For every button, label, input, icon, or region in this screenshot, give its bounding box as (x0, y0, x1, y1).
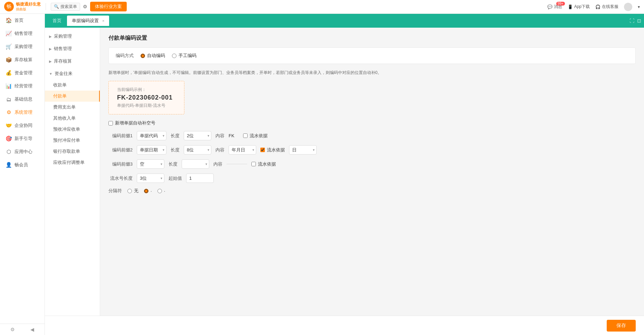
separator-label: 分隔符 (108, 188, 122, 194)
prefix2-select[interactable]: 单据日期 (137, 145, 166, 155)
brand-text: 畅捷通好生意 插曲版 (16, 2, 41, 11)
manual-encoding-option[interactable]: 手工编码 (172, 53, 196, 59)
guide-icon: 🎯 (6, 136, 12, 142)
prefix1-select-wrapper: 单据代码 (137, 131, 166, 140)
search-box[interactable]: 🔍 搜索菜单 (51, 3, 80, 11)
sidebar-item-operation[interactable]: 📊 经营管理 (0, 80, 45, 93)
collab-icon: 🤝 (6, 122, 12, 129)
home-icon: 🏠 (6, 17, 12, 24)
start-value-input[interactable] (186, 174, 214, 183)
serial2-checkbox[interactable] (260, 148, 265, 152)
industry-btn[interactable]: 体验行业方案 (90, 2, 127, 11)
auto-fill-checkbox[interactable] (108, 121, 113, 125)
prefix1-select[interactable]: 单据代码 (137, 131, 166, 140)
sub-item-expense[interactable]: 费用支出单 (45, 102, 100, 113)
settings-icon[interactable]: ⚙ (83, 4, 87, 9)
dropdown-icon[interactable]: ▾ (638, 4, 640, 9)
start-value-label: 起始值 (169, 175, 182, 182)
content2-label: 内容 (215, 147, 224, 153)
separator-option2-radio[interactable] (157, 189, 162, 193)
sub-sidebar: ▶ 采购管理 ▶ 销售管理 ▶ 库存核算 (45, 28, 100, 316)
sub-group-inventory-header[interactable]: ▶ 库存核算 (45, 55, 100, 67)
auto-encoding-radio[interactable] (141, 54, 145, 58)
separator-row: 分隔符 无 · · (108, 188, 636, 194)
shrink-icon[interactable]: ⊡ (637, 18, 641, 24)
sidebar-item-finance[interactable]: 💰 资金管理 (0, 66, 45, 80)
sidebar: 🏠 首页 📈 销售管理 🛒 采购管理 📦 库存核算 💰 资金管理 📊 经营管理 … (0, 14, 45, 335)
auto-encoding-option[interactable]: 自动编码 (141, 53, 165, 59)
tab-home[interactable]: 首页 (48, 16, 66, 26)
sub-item-receipt[interactable]: 收款单 (45, 80, 100, 91)
serial1-checkbox[interactable] (243, 133, 248, 138)
info-text: 新增单据时，'单据编码'自动生成，不可编辑。前缀设置为部门、业务员等档案类，开单… (108, 69, 636, 76)
msg-btn[interactable]: 💬 消息 99+ (547, 4, 562, 10)
content1-value: FK (229, 133, 239, 138)
tab-close-icon[interactable]: × (102, 19, 104, 23)
service-btn[interactable]: 🎧 在线客服 (595, 4, 618, 10)
content-area: ▶ 采购管理 ▶ 销售管理 ▶ 库存核算 (45, 28, 644, 316)
serial3-checkbox[interactable] (251, 162, 256, 166)
sub-item-payment[interactable]: 付款单 (45, 91, 100, 102)
system-icon: ⚙ (6, 109, 12, 115)
separator-option2[interactable]: · (157, 188, 165, 194)
sidebar-item-basic[interactable]: 🗂 基础信息 (0, 93, 45, 106)
separator-dot-option[interactable]: · (144, 188, 152, 194)
separator-none-option[interactable]: 无 (127, 188, 138, 194)
sidebar-item-system[interactable]: ⚙ 系统管理 (0, 106, 45, 119)
length3-select[interactable] (182, 159, 209, 169)
sub-item-advance-offset[interactable]: 预付冲应付单 (45, 135, 100, 146)
serial-length-select[interactable]: 3位 (137, 174, 164, 183)
length1-label: 长度 (171, 133, 180, 139)
length3-select-wrapper (182, 159, 209, 169)
tab-bar-right: ⛶ ⊡ (629, 18, 641, 24)
sub-group-purchase: ▶ 采购管理 (45, 30, 100, 42)
layout: 🏠 首页 📈 销售管理 🛒 采购管理 📦 库存核算 💰 资金管理 📊 经营管理 … (0, 14, 644, 335)
encoding-method-section: 编码方式 自动编码 手工编码 (108, 47, 636, 64)
period-select[interactable]: 日 (289, 145, 317, 155)
prefix3-select[interactable]: 空 (137, 159, 164, 169)
sub-item-prepay-offset[interactable]: 预收冲应收单 (45, 124, 100, 135)
length1-select[interactable]: 2位 (184, 131, 211, 140)
sub-group-inventory: ▶ 库存核算 (45, 55, 100, 67)
sidebar-item-purchase[interactable]: 🛒 采购管理 (0, 40, 45, 53)
content2-select[interactable]: 年月日 (229, 145, 256, 155)
serial-length-label: 流水号长度 (108, 175, 133, 182)
content-panel: 付款单编码设置 编码方式 自动编码 手工编码 (100, 28, 644, 316)
sidebar-item-home[interactable]: 🏠 首页 (0, 14, 45, 27)
sidebar-item-apps[interactable]: ⬡ 应用中心 (0, 145, 45, 158)
serial-length-row: 流水号长度 3位 起始值 (108, 174, 636, 183)
prefix3-row: 编码前缀3 空 长度 内容 (108, 159, 636, 169)
length2-select[interactable]: 8位 (184, 145, 211, 155)
sidebar-item-sales[interactable]: 📈 销售管理 (0, 27, 45, 40)
tab-encoding[interactable]: 单据编码设置 × (67, 16, 109, 26)
basic-icon: 🗂 (6, 96, 12, 102)
sidebar-item-collab[interactable]: 🤝 企业协同 (0, 119, 45, 132)
preview-label: 当前编码示例： (117, 87, 176, 93)
sidebar-item-member[interactable]: 👤 畅会员 (0, 158, 45, 171)
sub-item-bank[interactable]: 银行存取款单 (45, 146, 100, 157)
expand-icon[interactable]: ⛶ (629, 18, 634, 24)
content3-label: 内容 (213, 161, 222, 167)
separator-none-radio[interactable] (127, 189, 132, 193)
content1-label: 内容 (215, 133, 224, 139)
sub-group-purchase-header[interactable]: ▶ 采购管理 (45, 30, 100, 42)
headset-icon: 🎧 (595, 4, 600, 9)
sub-group-capital-header[interactable]: ▼ 资金往来 (45, 68, 100, 80)
sidebar-item-inventory[interactable]: 📦 库存核算 (0, 53, 45, 66)
sidebar-item-guide[interactable]: 🎯 新手引导 (0, 132, 45, 145)
page-title: 付款单编码设置 (108, 35, 636, 42)
save-button[interactable]: 保存 (607, 320, 636, 332)
footer-settings-icon[interactable]: ⚙ (10, 327, 15, 332)
manual-encoding-radio[interactable] (172, 54, 176, 58)
app-download-btn[interactable]: 📱 App下载 (568, 4, 590, 10)
prefix1-row: 编码前缀1 单据代码 长度 2位 内容 (108, 131, 636, 140)
length2-select-wrapper: 8位 (184, 145, 211, 155)
user-avatar[interactable] (624, 3, 632, 11)
footer-collapse-icon[interactable]: ◀ (30, 327, 34, 332)
sub-group-sales-header[interactable]: ▶ 销售管理 (45, 43, 100, 55)
sub-item-adjust[interactable]: 应收应付调整单 (45, 157, 100, 168)
serial2-check-label: 流水依据 (260, 147, 285, 153)
preview-box: 当前编码示例： FK-20230602-001 单据代码-单据日期-流水号 (108, 81, 184, 114)
separator-dot-radio[interactable] (144, 189, 148, 193)
sub-item-other-income[interactable]: 其他收入单 (45, 113, 100, 124)
